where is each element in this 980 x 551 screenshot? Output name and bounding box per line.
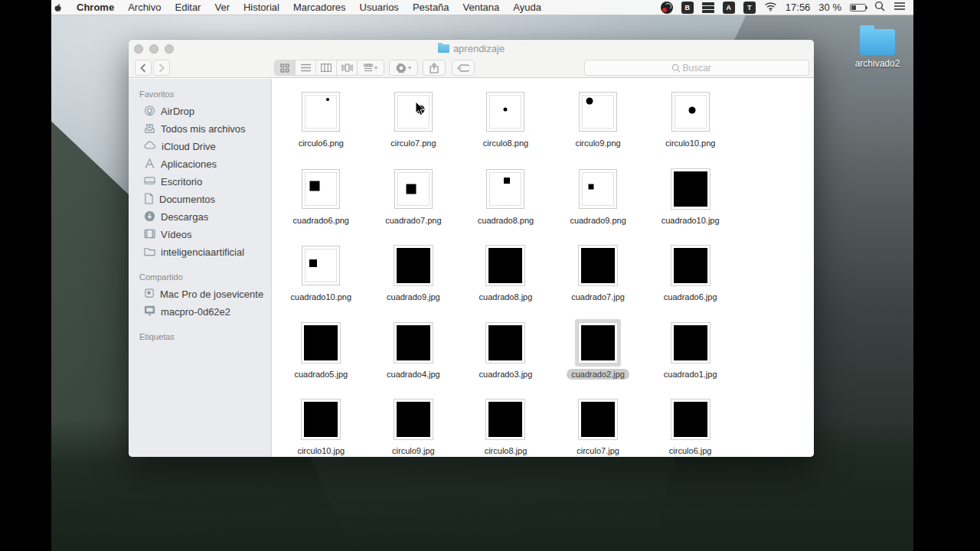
column-view-button[interactable] bbox=[316, 60, 337, 75]
menu-item-archivo[interactable]: Archivo bbox=[121, 2, 168, 13]
battery-icon[interactable] bbox=[850, 4, 866, 11]
record-app-icon[interactable] bbox=[661, 2, 673, 14]
menu-item-ayuda[interactable]: Ayuda bbox=[506, 2, 548, 13]
window-titlebar[interactable]: aprendizaje bbox=[129, 40, 814, 58]
file-cuadrado4-jpg[interactable]: cuadrado4.jpg bbox=[368, 319, 460, 396]
file-circulo7-png[interactable]: circulo7.png bbox=[368, 88, 460, 165]
file-thumbnail[interactable] bbox=[482, 242, 528, 289]
file-thumbnail[interactable] bbox=[298, 319, 344, 367]
airdrop-icon bbox=[144, 105, 155, 119]
file-thumbnail[interactable] bbox=[668, 88, 714, 135]
sidebar-item-aplicaciones[interactable]: Aplicaciones bbox=[136, 155, 271, 173]
sidebar-item-macpro-0d62e2[interactable]: macpro-0d62e2 bbox=[136, 303, 271, 321]
file-circulo10-png[interactable]: circulo10.png bbox=[644, 88, 737, 165]
file-thumbnail[interactable] bbox=[390, 242, 436, 289]
file-name-label: cuadrado3.jpg bbox=[475, 369, 537, 380]
drive-stack-icon[interactable] bbox=[702, 2, 714, 13]
file-cuadrado10-png[interactable]: cuadrado10.png bbox=[275, 242, 368, 319]
forward-button[interactable] bbox=[153, 60, 170, 76]
file-thumbnail[interactable] bbox=[668, 319, 714, 367]
file-cuadrado8-png[interactable]: cuadrado8.png bbox=[459, 165, 552, 243]
file-thumbnail[interactable] bbox=[390, 319, 436, 367]
action-gear-button[interactable]: ▾ bbox=[389, 60, 418, 76]
file-circulo9-jpg[interactable]: circulo9.jpg bbox=[368, 396, 460, 457]
file-thumbnail[interactable] bbox=[482, 319, 528, 367]
sidebar-item-inteligenciaartificial[interactable]: inteligenciaartificial bbox=[136, 243, 271, 261]
bi-app-icon[interactable]: B bbox=[681, 2, 694, 14]
file-circulo6-jpg[interactable]: circulo6.jpg bbox=[644, 396, 737, 457]
sidebar-item-airdrop[interactable]: AirDrop bbox=[136, 103, 271, 120]
sidebar-item-descargas[interactable]: Descargas bbox=[136, 208, 271, 226]
file-cuadrado8-jpg[interactable]: cuadrado8.jpg bbox=[459, 242, 552, 319]
file-thumbnail[interactable] bbox=[575, 242, 621, 289]
file-cuadrado5-jpg[interactable]: cuadrado5.jpg bbox=[275, 319, 368, 396]
file-thumbnail[interactable] bbox=[298, 396, 344, 443]
arrange-button[interactable]: ▾ bbox=[357, 60, 384, 76]
tag-button[interactable] bbox=[452, 60, 475, 76]
menu-item-usuarios[interactable]: Usuarios bbox=[353, 2, 406, 13]
sidebar-item-todos-mis-archivos[interactable]: Todos mis archivos bbox=[136, 120, 271, 138]
white-image-thumb bbox=[579, 92, 617, 132]
sidebar-item-mac-pro-de-josevicente[interactable]: Mac Pro de josevicente bbox=[136, 285, 271, 303]
file-name-label: circulo6.jpg bbox=[665, 445, 717, 456]
file-thumbnail[interactable] bbox=[298, 242, 344, 289]
file-cuadrado1-jpg[interactable]: cuadrado1.jpg bbox=[644, 319, 737, 396]
file-thumbnail[interactable] bbox=[298, 88, 344, 135]
notification-center-icon[interactable] bbox=[893, 2, 906, 13]
share-button[interactable] bbox=[423, 60, 446, 76]
file-thumbnail[interactable] bbox=[482, 165, 528, 213]
file-thumbnail[interactable] bbox=[482, 396, 528, 443]
file-thumbnail[interactable] bbox=[575, 396, 621, 443]
sidebar-item-escritorio[interactable]: Escritorio bbox=[136, 173, 271, 191]
icon-view-button[interactable] bbox=[275, 60, 296, 75]
menu-item-ventana[interactable]: Ventana bbox=[456, 2, 507, 13]
adobe-a-icon[interactable]: A bbox=[723, 2, 735, 14]
search-input[interactable] bbox=[683, 63, 723, 73]
file-thumbnail[interactable] bbox=[668, 165, 714, 213]
file-thumbnail-selected[interactable] bbox=[575, 319, 621, 367]
sidebar-item-documentos[interactable]: Documentos bbox=[136, 191, 271, 208]
file-cuadrado9-png[interactable]: cuadrado9.png bbox=[552, 165, 645, 243]
apple-logo-icon[interactable] bbox=[53, 2, 64, 13]
file-circulo7-jpg[interactable]: circulo7.jpg bbox=[552, 396, 645, 457]
spotlight-search-icon[interactable] bbox=[874, 1, 885, 14]
file-cuadrado2-jpg[interactable]: cuadrado2.jpg bbox=[552, 319, 645, 396]
file-cuadrado10-jpg[interactable]: cuadrado10.jpg bbox=[644, 165, 737, 243]
t-app-icon[interactable]: T bbox=[743, 2, 756, 14]
file-circulo6-png[interactable]: circulo6.png bbox=[275, 88, 368, 165]
search-field[interactable] bbox=[584, 60, 809, 76]
back-button[interactable] bbox=[135, 60, 152, 76]
file-thumbnail[interactable] bbox=[482, 88, 528, 135]
file-thumbnail[interactable] bbox=[390, 396, 436, 443]
coverflow-view-button[interactable] bbox=[337, 60, 358, 75]
file-cuadrado6-png[interactable]: cuadrado6.png bbox=[275, 165, 368, 243]
file-cuadrado6-jpg[interactable]: cuadrado6.jpg bbox=[644, 242, 737, 319]
file-circulo8-png[interactable]: circulo8.png bbox=[459, 88, 552, 165]
menu-item-historial[interactable]: Historial bbox=[237, 2, 286, 13]
sidebar-item-v-deos[interactable]: Vídeos bbox=[136, 226, 271, 243]
menu-item-pestaña[interactable]: Pestaña bbox=[406, 2, 456, 13]
file-thumbnail[interactable] bbox=[298, 165, 344, 213]
menu-item-marcadores[interactable]: Marcadores bbox=[286, 2, 353, 13]
file-thumbnail[interactable] bbox=[390, 88, 436, 135]
file-thumbnail[interactable] bbox=[668, 242, 714, 289]
wifi-icon[interactable] bbox=[764, 2, 777, 14]
menu-app-name[interactable]: Chrome bbox=[70, 2, 121, 13]
file-cuadrado7-jpg[interactable]: cuadrado7.jpg bbox=[552, 242, 645, 319]
desktop-folder-archivado2[interactable]: archivado2 bbox=[854, 23, 901, 69]
file-thumbnail[interactable] bbox=[575, 88, 621, 135]
menu-item-editar[interactable]: Editar bbox=[168, 2, 207, 13]
file-circulo9-png[interactable]: circulo9.png bbox=[552, 88, 645, 165]
file-cuadrado3-jpg[interactable]: cuadrado3.jpg bbox=[459, 319, 552, 396]
sidebar-item-icloud-drive[interactable]: iCloud Drive bbox=[136, 138, 271, 155]
file-thumbnail[interactable] bbox=[390, 165, 436, 213]
file-cuadrado7-png[interactable]: cuadrado7.png bbox=[368, 165, 460, 243]
file-thumbnail[interactable] bbox=[575, 165, 621, 213]
file-circulo10-jpg[interactable]: circulo10.jpg bbox=[275, 396, 368, 457]
menu-item-ver[interactable]: Ver bbox=[207, 2, 237, 13]
clock[interactable]: 17:56 bbox=[786, 2, 811, 13]
file-thumbnail[interactable] bbox=[668, 396, 714, 443]
list-view-button[interactable] bbox=[296, 60, 316, 75]
file-cuadrado9-jpg[interactable]: cuadrado9.jpg bbox=[368, 242, 460, 319]
file-circulo8-jpg[interactable]: circulo8.jpg bbox=[459, 396, 552, 457]
